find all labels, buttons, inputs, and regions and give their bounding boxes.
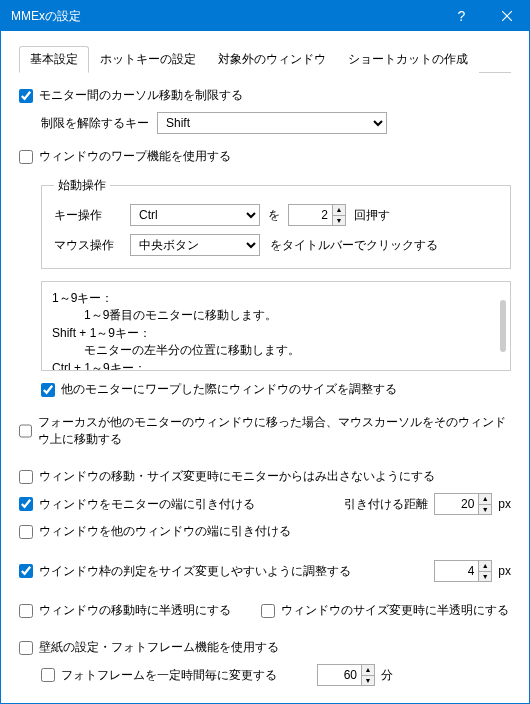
warp-resize-label: 他のモニターにワープした際にウィンドウのサイズを調整する: [61, 381, 397, 398]
snap-window-label: ウィンドウを他のウィンドウの端に引き付ける: [39, 523, 291, 540]
photoframe-interval-checkbox[interactable]: [41, 668, 55, 682]
wo-label: を: [268, 207, 280, 224]
snap-dist-stepper[interactable]: ▲▼: [478, 493, 492, 515]
focus-move-label: フォーカスが他のモニターのウィンドウに移った場合、マウスカーソルをそのウィンドウ…: [38, 414, 511, 448]
warp-times-stepper[interactable]: ▲▼: [332, 204, 346, 226]
snap-monitor-label: ウィンドウをモニターの端に引き付ける: [39, 496, 255, 513]
tab-hotkey[interactable]: ホットキーの設定: [89, 46, 207, 73]
settings-dialog: MMExの設定 ? 基本設定 ホットキーの設定 対象外のウィンドウ ショートカッ…: [0, 0, 530, 704]
tab-bar: 基本設定 ホットキーの設定 対象外のウィンドウ ショートカットの作成: [19, 45, 511, 73]
frame-adjust-checkbox[interactable]: [19, 564, 33, 578]
photoframe-interval-input[interactable]: [317, 664, 361, 686]
warp-checkbox[interactable]: [19, 150, 33, 164]
wallpaper-checkbox[interactable]: [19, 641, 33, 655]
frame-adjust-stepper[interactable]: ▲▼: [478, 560, 492, 582]
tab-shortcut[interactable]: ショートカットの作成: [337, 46, 479, 73]
no-overflow-label: ウィンドウの移動・サイズ変更時にモニターからはみ出さないようにする: [39, 468, 435, 485]
no-overflow-checkbox[interactable]: [19, 470, 33, 484]
dialog-buttons: OK キャンセル: [19, 694, 511, 704]
limit-cursor-checkbox[interactable]: [19, 89, 33, 103]
trans-move-label: ウィンドウの移動時に半透明にする: [39, 602, 231, 619]
tab-exclude[interactable]: 対象外のウィンドウ: [207, 46, 337, 73]
snap-dist-unit: px: [498, 497, 511, 511]
help-icon[interactable]: ?: [439, 1, 484, 31]
warp-help-box: 1～9キー： 1～9番目のモニターに移動します。 Shift + 1～9キー： …: [41, 281, 511, 371]
warp-resize-checkbox[interactable]: [41, 383, 55, 397]
photoframe-interval-unit: 分: [381, 667, 393, 684]
frame-adjust-label: ウインドウ枠の判定をサイズ変更しやすいように調整する: [39, 563, 351, 580]
warp-key-label: キー操作: [54, 207, 124, 224]
window-title: MMExの設定: [11, 8, 439, 25]
help-l5: Ctrl + 1～9キー：: [52, 360, 500, 371]
help-l4: モニターの左半分の位置に移動します。: [52, 342, 500, 359]
warp-trigger-legend: 始動操作: [54, 177, 110, 194]
trans-resize-checkbox[interactable]: [261, 604, 275, 618]
tab-basic[interactable]: 基本設定: [19, 46, 89, 73]
warp-times-input[interactable]: [288, 204, 332, 226]
release-key-select[interactable]: Shift: [157, 112, 387, 134]
snap-dist-label: 引き付ける距離: [344, 496, 428, 513]
help-l3: Shift + 1～9キー：: [52, 325, 500, 342]
warp-key-select[interactable]: Ctrl: [130, 204, 260, 226]
warp-mouse-label: マウス操作: [54, 237, 124, 254]
wallpaper-label: 壁紙の設定・フォトフレーム機能を使用する: [39, 639, 279, 656]
warp-times-label: 回押す: [354, 207, 390, 224]
titlebar: MMExの設定 ?: [1, 1, 529, 31]
trans-move-checkbox[interactable]: [19, 604, 33, 618]
frame-adjust-unit: px: [498, 564, 511, 578]
frame-adjust-input[interactable]: [434, 560, 478, 582]
focus-move-checkbox[interactable]: [19, 424, 32, 438]
warp-mouse-select[interactable]: 中央ボタン: [130, 234, 260, 256]
snap-window-checkbox[interactable]: [19, 525, 33, 539]
trans-resize-label: ウィンドウのサイズ変更時に半透明にする: [281, 602, 509, 619]
help-l2: 1～9番目のモニターに移動します。: [52, 307, 500, 324]
help-scrollbar[interactable]: [500, 300, 506, 352]
snap-dist-input[interactable]: [434, 493, 478, 515]
close-icon[interactable]: [484, 1, 529, 31]
snap-monitor-checkbox[interactable]: [19, 497, 33, 511]
photoframe-interval-stepper[interactable]: ▲▼: [361, 664, 375, 686]
release-key-label: 制限を解除するキー: [41, 115, 151, 132]
dialog-body: 基本設定 ホットキーの設定 対象外のウィンドウ ショートカットの作成 モニター間…: [1, 31, 529, 704]
warp-trigger-group: 始動操作 キー操作 Ctrl を ▲▼ 回押す マウス操作 中央ボタン をタイト…: [41, 177, 511, 269]
warp-mouse-desc: をタイトルバーでクリックする: [270, 237, 438, 254]
warp-label: ウィンドウのワープ機能を使用する: [39, 148, 231, 165]
limit-cursor-label: モニター間のカーソル移動を制限する: [39, 87, 243, 104]
help-l1: 1～9キー：: [52, 290, 500, 307]
photoframe-interval-label: フォトフレームを一定時間毎に変更する: [61, 667, 277, 684]
